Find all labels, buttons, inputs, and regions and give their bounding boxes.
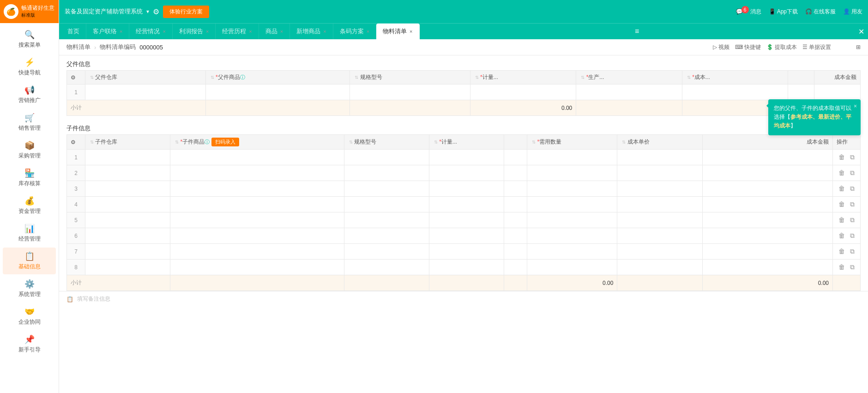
- child-row-6-unit[interactable]: [429, 228, 504, 244]
- delete-btn-5[interactable]: 🗑: [837, 215, 847, 224]
- copy-btn-5[interactable]: ⧉: [848, 215, 856, 225]
- delete-btn-3[interactable]: 🗑: [837, 184, 847, 193]
- note-text[interactable]: 填写备注信息: [77, 295, 110, 303]
- child-row-4-goods[interactable]: [170, 197, 344, 212]
- gear-icon[interactable]: ⚙: [153, 7, 159, 16]
- child-row-7-warehouse[interactable]: [85, 244, 170, 260]
- trial-button[interactable]: 体验行业方案: [163, 6, 209, 18]
- tab-new-goods[interactable]: 新增商品 ×: [290, 24, 333, 39]
- delete-btn-8[interactable]: 🗑: [837, 262, 847, 272]
- copy-btn-4[interactable]: ⧉: [848, 200, 856, 209]
- delete-btn-1[interactable]: 🗑: [837, 152, 847, 162]
- tab-bom[interactable]: 物料清单 ×: [376, 24, 419, 39]
- copy-btn-6[interactable]: ⧉: [848, 231, 856, 241]
- next-arrow[interactable]: ›: [845, 43, 850, 51]
- child-row-2-warehouse[interactable]: [85, 165, 170, 181]
- sidebar-item-finance[interactable]: 💰 资金管理: [3, 192, 56, 219]
- copy-btn-2[interactable]: ⧉: [848, 168, 856, 178]
- child-row-3-goods[interactable]: [170, 181, 344, 197]
- tab-profit-report[interactable]: 利润报告 ×: [173, 24, 216, 39]
- child-row-6-spec[interactable]: [344, 228, 429, 244]
- child-row-8-qty[interactable]: [527, 260, 617, 275]
- action-view[interactable]: ▷ 视频: [713, 43, 729, 51]
- parent-col-gear[interactable]: ⚙: [67, 71, 85, 85]
- parent-row-1-unit[interactable]: [470, 85, 576, 100]
- child-row-3-qty[interactable]: [527, 181, 617, 197]
- delete-btn-6[interactable]: 🗑: [837, 231, 847, 240]
- sidebar-item-enterprise[interactable]: 🤝 企业协同: [3, 303, 56, 330]
- tab-barcode-close[interactable]: ×: [367, 29, 369, 34]
- tab-bom-close[interactable]: ×: [410, 29, 412, 34]
- parent-row-1-production[interactable]: [576, 85, 682, 100]
- user-item[interactable]: 👤 用友: [843, 8, 862, 16]
- child-row-1-qty[interactable]: [527, 150, 617, 165]
- child-row-5-warehouse[interactable]: [85, 212, 170, 228]
- child-row-4-qty[interactable]: [527, 197, 617, 212]
- nav-tabs-more[interactable]: ≡: [631, 27, 643, 36]
- system-dropdown[interactable]: ▾: [146, 8, 149, 15]
- tab-profit-close[interactable]: ×: [206, 29, 209, 34]
- child-row-3-unit[interactable]: [429, 181, 504, 197]
- child-row-8-unit[interactable]: [429, 260, 504, 275]
- sidebar-item-operations[interactable]: 📊 经营管理: [3, 220, 56, 247]
- child-row-1-spec[interactable]: [344, 150, 429, 165]
- sidebar-item-purchase[interactable]: 📦 采购管理: [3, 137, 56, 163]
- copy-btn-3[interactable]: ⧉: [848, 184, 856, 193]
- tab-goods[interactable]: 商品 ×: [259, 24, 290, 39]
- action-single-settings[interactable]: ☰ 单据设置: [802, 43, 831, 51]
- tab-customer[interactable]: 客户联络 ×: [86, 24, 129, 39]
- sidebar-item-marketing[interactable]: 📢 营销推广: [3, 81, 56, 108]
- child-row-1-unit-cost[interactable]: [617, 150, 702, 165]
- tab-barcode[interactable]: 条码方案 ×: [333, 24, 376, 39]
- child-row-1-goods[interactable]: [170, 150, 344, 165]
- delete-btn-7[interactable]: 🗑: [837, 247, 847, 256]
- sidebar-item-basic-info[interactable]: 📋 基础信息: [3, 248, 56, 274]
- parent-row-1-warehouse[interactable]: [85, 85, 206, 100]
- nav-close-all[interactable]: ✕: [855, 27, 868, 36]
- delete-btn-2[interactable]: 🗑: [837, 168, 847, 177]
- tab-goods-close[interactable]: ×: [280, 29, 283, 34]
- child-row-2-unit[interactable]: [429, 165, 504, 181]
- child-row-4-unit[interactable]: [429, 197, 504, 212]
- tab-customer-close[interactable]: ×: [120, 29, 122, 34]
- messages-item[interactable]: 💬 6 消息: [736, 8, 761, 16]
- sidebar-item-sales[interactable]: 🛒 销售管理: [3, 109, 56, 136]
- child-row-2-qty[interactable]: [527, 165, 617, 181]
- child-row-4-warehouse[interactable]: [85, 197, 170, 212]
- child-row-5-spec[interactable]: [344, 212, 429, 228]
- view-grid-icon[interactable]: ⊞: [856, 44, 861, 50]
- tab-ops-history-close[interactable]: ×: [249, 29, 252, 34]
- child-row-3-spec[interactable]: [344, 181, 429, 197]
- child-row-5-qty[interactable]: [527, 212, 617, 228]
- tab-operations-history[interactable]: 经营历程 ×: [216, 24, 259, 39]
- child-row-4-spec[interactable]: [344, 197, 429, 212]
- parent-row-1-spec[interactable]: [350, 85, 470, 100]
- child-row-5-unit[interactable]: [429, 212, 504, 228]
- child-row-6-qty[interactable]: [527, 228, 617, 244]
- sidebar-item-quick-nav[interactable]: ⚡ 快捷导航: [3, 54, 56, 80]
- child-row-3-unit-cost[interactable]: [617, 181, 702, 197]
- child-row-6-unit-cost[interactable]: [617, 228, 702, 244]
- parent-row-1-goods[interactable]: [205, 85, 350, 100]
- sidebar-item-system[interactable]: ⚙️ 系统管理: [3, 275, 56, 302]
- child-row-6-warehouse[interactable]: [85, 228, 170, 244]
- child-row-1-unit[interactable]: [429, 150, 504, 165]
- tab-operations-status[interactable]: 经营情况 ×: [129, 24, 172, 39]
- child-row-6-goods[interactable]: [170, 228, 344, 244]
- copy-btn-7[interactable]: ⧉: [848, 247, 856, 256]
- tab-new-goods-close[interactable]: ×: [323, 29, 326, 34]
- child-row-1-warehouse[interactable]: [85, 150, 170, 165]
- child-row-2-unit-cost[interactable]: [617, 165, 702, 181]
- sidebar-item-guide[interactable]: 📌 新手引导: [3, 331, 56, 357]
- sidebar-item-search[interactable]: 🔍 搜索菜单: [3, 26, 56, 53]
- child-row-7-unit-cost[interactable]: [617, 244, 702, 260]
- tab-home[interactable]: 首页: [61, 24, 86, 39]
- online-service-item[interactable]: 🎧 在线客服: [805, 8, 836, 16]
- app-download-item[interactable]: 📱 App下载: [769, 8, 798, 16]
- child-row-7-goods[interactable]: [170, 244, 344, 260]
- child-row-8-unit-cost[interactable]: [617, 260, 702, 275]
- child-row-7-qty[interactable]: [527, 244, 617, 260]
- child-row-8-spec[interactable]: [344, 260, 429, 275]
- child-row-3-warehouse[interactable]: [85, 181, 170, 197]
- action-extract-cost[interactable]: 💲 提取成本: [766, 43, 797, 51]
